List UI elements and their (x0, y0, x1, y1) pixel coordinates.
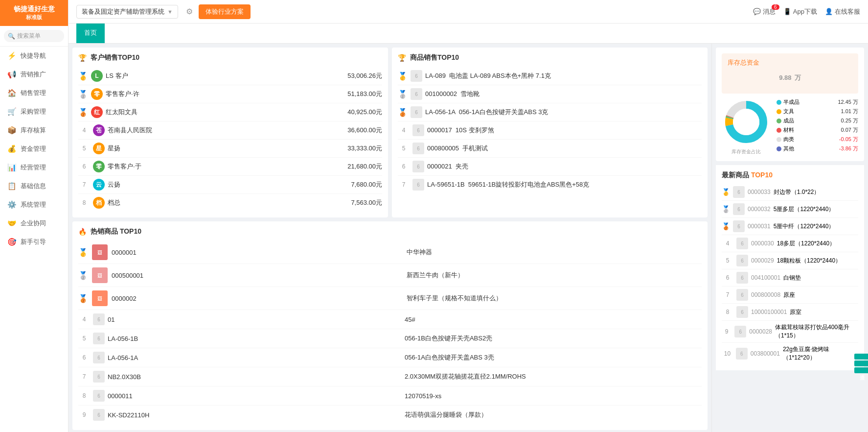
sidebar-item-sales[interactable]: 🏠 销售管理 (0, 84, 68, 102)
topbar-right: 💬 消息 6 📱 App下载 👤 在线客服 (753, 7, 860, 16)
hot-product-item[interactable]: 6 6 LA-056-1A 056-1A白色按键开关盖ABS 3壳 (78, 348, 702, 367)
hot-product-item[interactable]: 5 6 LA-056-1B 056-1B白色按键开关壳ABS2壳 (78, 329, 702, 348)
product-sales-list-item[interactable]: 6 6 0000021 夹壳 (398, 158, 702, 176)
float-live[interactable]: 直播 (854, 367, 868, 373)
hot-product-code: 0000002 (112, 295, 407, 302)
legend-dot (777, 137, 781, 142)
sidebar: 畅捷通好生意 标准版 🔍 搜索菜单 ⚡ 快捷导航 📢 营销推广 🏠 销售管理 🛒… (0, 0, 69, 432)
online-service-button[interactable]: 👤 在线客服 (825, 7, 860, 16)
sidebar-item-finance[interactable]: 💰 资金管理 (0, 140, 68, 158)
customer-value: 40,925.00元 (347, 108, 382, 117)
newest-product-item[interactable]: 🥈 6 0000032 5厘多层（1220*2440） (722, 201, 858, 218)
customer-list-item[interactable]: 🥉 红 红太阳文具 40,925.00元 (78, 103, 382, 121)
tab-home[interactable]: 首页 (76, 24, 105, 43)
newest-product-code: 004100001 (751, 274, 780, 281)
customer-list-item[interactable]: 7 云 云扬 7,680.00元 (78, 176, 382, 194)
topbar: 装备及固定资产辅助管理系统 ▼ ⚙ 体验行业方案 💬 消息 6 📱 App下载 … (69, 0, 868, 24)
product-sales-list-item[interactable]: 🥇 6 LA-089 电池盖 LA-089 ABS本色+黑种 7.1克 (398, 67, 702, 85)
product-sales-list-item[interactable]: 🥈 6 001000002 雪地靴 (398, 85, 702, 103)
product-icon-placeholder: 6 (93, 313, 105, 325)
customer-avatar: 星 (93, 143, 105, 154)
message-badge: 6 (772, 4, 779, 10)
hot-product-code: NB2.0X30B (108, 373, 405, 381)
message-button[interactable]: 💬 消息 6 (753, 7, 776, 16)
product-sales-list: 🥇 6 LA-089 电池盖 LA-089 ABS本色+黑种 7.1克 🥈 6 … (398, 67, 702, 193)
purchase-icon: 🛒 (7, 107, 17, 116)
newest-product-item[interactable]: 6 6 004100001 白钢垫 (722, 269, 858, 287)
hot-product-item[interactable]: 4 6 01 45# (78, 310, 702, 329)
newest-product-item[interactable]: 4 6 0000030 18多层（1220*2440） (722, 235, 858, 252)
rank-num: 7 (722, 291, 733, 298)
float-service-community[interactable]: 服务社区 (854, 360, 868, 366)
sidebar-item-purchase[interactable]: 🛒 采购管理 (0, 102, 68, 121)
customer-list-item[interactable]: 8 档 档总 7,563.00元 (78, 194, 382, 212)
settings-icon[interactable]: ⚙ (186, 7, 193, 16)
left-panel: 🏆 客户销售TOP10 🥇 L LS 客户 53,006.26元 🥈 零 零售客… (69, 44, 711, 432)
app-download-label: App下载 (793, 7, 817, 16)
product-name: 0000017 10S 变刹罗煞 (427, 126, 702, 135)
sidebar-item-collaboration[interactable]: 🤝 企业协同 (0, 214, 68, 233)
customer-list-item[interactable]: 4 苍 苍南县人民医院 36,600.00元 (78, 121, 382, 140)
product-sales-list-item[interactable]: 5 6 000800005 手机测试 (398, 140, 702, 158)
sidebar-item-operations[interactable]: 📊 经营管理 (0, 158, 68, 177)
product-sales-list-item[interactable]: 7 6 LA-59651-1B 59651-1B旋转投影灯电池盒ABS黑色+58… (398, 176, 702, 193)
sidebar-item-quick-nav[interactable]: ⚡ 快捷导航 (0, 47, 68, 65)
legend-item: 半成品 12.45 万 (777, 98, 858, 106)
service-icon: 👤 (825, 8, 833, 15)
hot-product-item[interactable]: 8 6 0000011 12070519-xs (78, 386, 702, 406)
newest-products-title: 最新商品 TOP10 (722, 171, 858, 180)
hot-product-item[interactable]: 🥉 🖼 0000002 智利车子里（规格不知道填什么） (78, 287, 702, 310)
legend-left: 其他 (777, 145, 794, 152)
legend-value: 1.01 万 (841, 108, 858, 115)
customer-top10-title: 🏆 客户销售TOP10 (78, 53, 382, 62)
sidebar-item-system[interactable]: ⚙️ 系统管理 (0, 195, 68, 214)
app-name: 畅捷通好生意 (14, 5, 55, 14)
rank-num: 6 (78, 163, 90, 170)
customer-list-item[interactable]: 🥇 L LS 客户 53,006.26元 (78, 67, 382, 85)
hot-product-item[interactable]: 7 6 NB2.0X30B 2.0X30MM双搓花轴搓花直径2.1MM/ROHS (78, 367, 702, 386)
newest-product-item[interactable]: 🥉 6 0000031 5厘中纤（1220*2440） (722, 218, 858, 235)
newest-product-item[interactable]: 7 6 000800008 原座 (722, 287, 858, 304)
customer-list-item[interactable]: 🥈 零 零售客户·许 51,183.00元 (78, 85, 382, 103)
hot-products-container: 🥇 🖼 0000001 中华神器 🥈 🖼 000500001 新西兰牛肉（新牛）… (78, 241, 702, 424)
app-download-button[interactable]: 📱 App下载 (783, 7, 817, 16)
sidebar-item-inventory[interactable]: 📦 库存核算 (0, 121, 68, 140)
right-panel: 库存总资金 9.88 万 (711, 44, 868, 432)
sidebar-item-guide[interactable]: 🎯 新手引导 (0, 233, 68, 251)
sidebar-item-marketing[interactable]: 📢 营销推广 (0, 65, 68, 84)
operations-icon: 📊 (7, 163, 17, 172)
customer-value: 7,680.00元 (351, 180, 382, 189)
customer-list-item[interactable]: 5 星 星扬 33,333.00元 (78, 140, 382, 158)
hot-product-item[interactable]: 9 6 KK-SD22110H 花语萌俱温分腿睡袋（厚款） (78, 406, 702, 424)
rank-num: 6 (78, 354, 90, 361)
sidebar-logo: 畅捷通好生意 标准版 (0, 0, 68, 26)
sidebar-search[interactable]: 🔍 搜索菜单 (0, 26, 68, 47)
inventory-chart-area: 库存资金占比 半成品 12.45 万 文具 1.01 万 成品 0.25 万 材… (722, 97, 858, 155)
trial-button[interactable]: 体验行业方案 (199, 4, 251, 19)
product-sales-list-item[interactable]: 🥉 6 LA-056-1A 056-1A白色按键开关盖ABS 3克 (398, 103, 702, 121)
newest-product-item[interactable]: 10 6 003800001 22g鱼豆腐·烧烤味（1*12*20） (722, 343, 858, 364)
product-icon: 6 (736, 255, 748, 266)
rank-num: 6 (722, 274, 733, 281)
legend-value: 0.07 万 (841, 126, 858, 134)
rank-medal: 🥈 (78, 271, 88, 280)
hot-product-code: LA-056-1A (108, 354, 405, 361)
product-sales-list-item[interactable]: 4 6 0000017 10S 变刹罗煞 (398, 121, 702, 140)
newest-product-item[interactable]: 5 6 0000029 18颗粒板（1220*2440） (722, 252, 858, 269)
hot-product-item[interactable]: 🥇 🖼 0000001 中华神器 (78, 241, 702, 264)
guide-icon: 🎯 (7, 238, 17, 246)
hot-product-code: 0000001 (112, 249, 407, 256)
newest-product-item[interactable]: 🥇 6 0000033 封边带（1.0*22） (722, 184, 858, 201)
marketing-icon: 📢 (7, 70, 17, 79)
system-selector[interactable]: 装备及固定资产辅助管理系统 ▼ (76, 5, 178, 19)
newest-product-item[interactable]: 9 6 0000028 体裁茸枝味苏打饮品400毫升（1*15） (722, 321, 858, 343)
hot-product-item[interactable]: 🥈 🖼 000500001 新西兰牛肉（新牛） (78, 264, 702, 287)
newest-product-code: 0000031 (748, 223, 771, 230)
customer-list-item[interactable]: 6 零 零售客户·于 21,680.00元 (78, 158, 382, 176)
sidebar-item-basic-info[interactable]: 📋 基础信息 (0, 177, 68, 195)
float-customer-service[interactable]: 客服热线 (854, 354, 868, 360)
product-icon: 6 (412, 124, 424, 136)
rank-medal: 🥉 (722, 222, 730, 230)
newest-product-item[interactable]: 8 6 10000100001 原室 (722, 304, 858, 321)
customer-avatar: 云 (93, 179, 105, 191)
